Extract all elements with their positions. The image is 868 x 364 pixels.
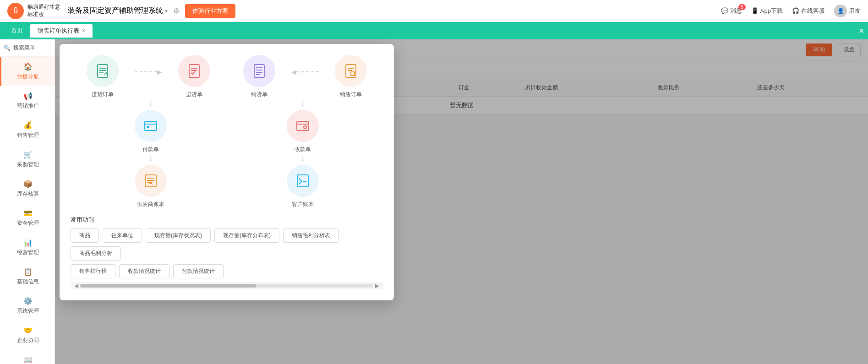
sale-bill-icon [243,55,275,87]
avatar: 👤 [834,5,847,17]
enterprise-icon: 🤝 [23,326,33,335]
modal-overlay[interactable]: 进货订单 ▶ 进货单 [55,39,868,364]
tab-home[interactable]: 首页 [4,24,30,38]
search-icon: 🔍 [4,45,11,51]
flow-node-sale-order: 销售订单 [319,55,383,98]
svg-rect-18 [147,126,149,128]
modal-box: 进货订单 ▶ 进货单 [60,44,394,300]
flow-node-receipt-bill: 收款单 [271,110,335,153]
close-all-icon[interactable]: ✕ [858,27,864,35]
receipt-bill-icon [287,110,319,142]
scroll-left-icon[interactable]: ◀ [72,283,80,289]
common-buttons-row2: 销售排行榜 收款情况统计 付款情况统计 [71,264,383,278]
flow-node-supplier-account: 供应商账本 [119,165,183,208]
svg-rect-19 [297,121,309,130]
system-icon: ⚙️ [23,297,33,305]
purchase-bill-icon [178,55,210,87]
purchase-icon: 🛒 [23,150,33,159]
sidebar-item-basic-info[interactable]: 📋 基础信息 [0,262,55,291]
common-title: 常用功能 [71,216,383,224]
common-btn-stock-status[interactable]: 现存量(库存状况表) [146,228,211,243]
payment-bill-icon [135,110,167,142]
trial-button[interactable]: 体验行业方案 [185,4,235,18]
sidebar: 🔍 搜索菜单 🏠 快捷导航 📢 营销推广 💰 销售管理 🛒 采购管理 📦 库存核… [0,39,55,364]
header-right: 💬 消息 5 📱 App下载 🎧 在线客服 👤 用友 [721,5,861,17]
sidebar-item-system[interactable]: ⚙️ 系统管理 [0,291,55,321]
common-btn-sale-gross[interactable]: 销售毛利分析表 [283,228,339,243]
tab-close-icon[interactable]: × [82,27,85,34]
newbie-icon: 📖 [23,355,33,364]
basic-info-icon: 📋 [23,267,33,276]
top-header: 6 畅康通好生意 标准版 装备及固定资产辅助管理系统 ▾ ⚙ 体验行业方案 💬 … [0,0,868,22]
sidebar-item-enterprise[interactable]: 🤝 企业协同 [0,321,55,350]
customer-account-icon [287,165,319,197]
service-icon: 🎧 [792,7,799,14]
chevron-down-icon: ▾ [165,8,168,14]
nav-tabs: 首页 销售订单执行表 × ✕ [0,22,868,39]
online-service-item[interactable]: 🎧 在线客服 [792,7,825,15]
svg-rect-15 [351,72,355,76]
sidebar-item-newbie[interactable]: 📖 新手引导 [0,350,55,364]
sidebar-item-inventory[interactable]: 📦 库存核算 [0,174,55,203]
marketing-icon: 📢 [23,92,33,100]
supplier-account-icon [135,165,167,197]
svg-rect-16 [145,121,157,130]
system-selector[interactable]: 装备及固定资产辅助管理系统 ▾ [68,6,168,16]
tab-active[interactable]: 销售订单执行表 × [30,24,93,38]
inventory-icon: 📦 [23,179,33,188]
common-buttons: 商品 往来单位 现存量(库存状况表) 现存量(库存分布表) 销售毛利分析表 商品… [71,228,383,261]
gear-icon[interactable]: ⚙ [173,6,180,15]
app-icon: 📱 [751,7,759,14]
common-btn-sales-rank[interactable]: 销售排行榜 [71,264,115,278]
message-icon: 💬 [721,7,728,14]
finance-icon: 💳 [23,209,33,217]
home-icon: 🏠 [23,62,33,71]
sales-icon: 💰 [23,121,33,130]
common-btn-goods[interactable]: 商品 [71,228,99,243]
search-menu-button[interactable]: 🔍 搜索菜单 [4,44,51,52]
scroll-track [80,284,373,288]
common-btn-partner[interactable]: 往来单位 [103,228,142,243]
purchase-order-icon [87,55,119,87]
flow-node-payment-bill: 付款单 [119,110,183,153]
logo-area: 6 畅康通好生意 标准版 [7,3,62,19]
system-title: 装备及固定资产辅助管理系统 [68,6,163,16]
sale-order-icon [335,55,367,87]
sidebar-search[interactable]: 🔍 搜索菜单 [0,39,55,57]
flow-node-purchase-order: 进货订单 [71,55,135,98]
scroll-thumb[interactable] [80,284,256,288]
sidebar-item-marketing[interactable]: 📢 营销推广 [0,86,55,115]
common-btn-payment-stat[interactable]: 付款情况统计 [173,264,224,278]
user-item[interactable]: 👤 用友 [834,5,861,17]
operation-icon: 📊 [23,238,33,247]
sidebar-item-sales[interactable]: 💰 销售管理 [0,115,55,145]
common-btn-receipt-stat[interactable]: 收款情况统计 [119,264,169,278]
content-area: ❓ 帮助 🖨 按模板打印 ▾ 📤 导出 🔄 刷新 查询 设置 [55,39,868,364]
sidebar-item-purchase[interactable]: 🛒 采购管理 [0,145,55,174]
flow-section: 进货订单 ▶ 进货单 [71,55,383,208]
message-item[interactable]: 💬 消息 5 [721,7,742,15]
common-btn-goods-gross[interactable]: 商品毛利分析 [71,246,121,261]
logo-text: 畅康通好生意 标准版 [27,4,60,18]
app-download-item[interactable]: 📱 App下载 [751,7,783,15]
sidebar-item-quick-nav[interactable]: 🏠 快捷导航 [0,57,55,86]
scroll-right-icon[interactable]: ▶ [373,283,381,289]
flow-node-customer-account: 客户账本 [271,165,335,208]
flow-node-sale-bill: 销货单 [227,55,291,98]
sidebar-item-operation[interactable]: 📊 经营管理 [0,233,55,262]
svg-point-21 [304,126,306,129]
logo-icon: 6 [7,3,24,19]
main-layout: 🔍 搜索菜单 🏠 快捷导航 📢 营销推广 💰 销售管理 🛒 采购管理 📦 库存核… [0,39,868,364]
scroll-bar-area: ◀ ▶ [71,282,383,289]
message-badge: 5 [738,4,746,10]
flow-node-purchase-bill: 进货单 [162,55,226,98]
svg-rect-7 [254,65,264,77]
common-section: 常用功能 商品 往来单位 现存量(库存状况表) 现存量(库存分布表) 销售毛利分… [71,216,383,278]
sidebar-item-finance[interactable]: 💳 资金管理 [0,203,55,233]
common-btn-stock-dist[interactable]: 现存量(库存分布表) [214,228,279,243]
